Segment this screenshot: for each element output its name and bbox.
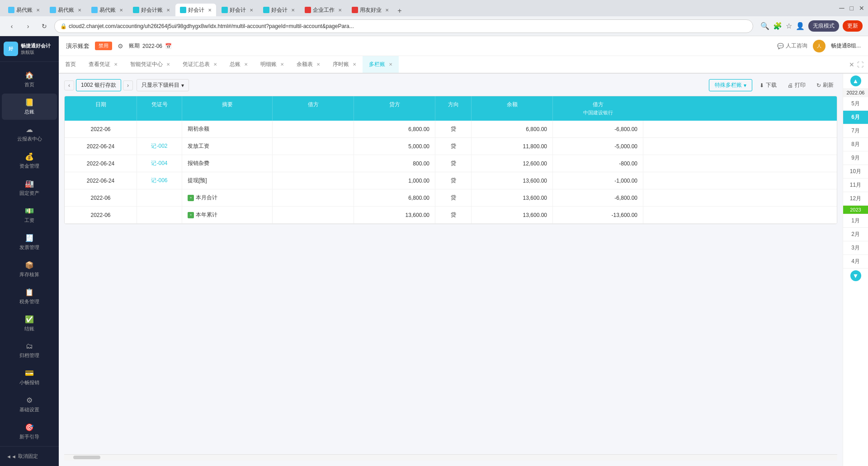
td-voucher-3[interactable]: 记-006 <box>137 172 182 189</box>
td-voucher-1[interactable]: 记-002 <box>137 138 182 155</box>
month-2022-10[interactable]: 10月 <box>843 165 868 179</box>
download-button[interactable]: ⬇ 下载 <box>756 80 780 91</box>
browser-tab-7[interactable]: 好会计 ✕ <box>259 4 299 16</box>
calendar-down-arrow[interactable]: ▼ <box>850 270 861 281</box>
extension-icon[interactable]: 🧩 <box>773 22 782 30</box>
tab-multi-col-label: 多栏账 <box>369 61 385 68</box>
calendar-up-arrow[interactable]: ▲ <box>850 75 861 86</box>
browser-tab-5[interactable]: 好会计 ✕ <box>175 4 216 16</box>
bookmark-icon[interactable]: ☆ <box>786 22 792 30</box>
sidebar-item-cloud-report[interactable]: ☁ 云报表中心 <box>2 121 57 147</box>
tab-close-1[interactable]: ✕ <box>36 8 40 13</box>
expand-panel-icon[interactable]: ⛶ <box>857 61 863 68</box>
filter-dropdown[interactable]: 只显示下级科目 ▾ <box>137 79 189 91</box>
tab-close-7[interactable]: ✕ <box>291 8 295 13</box>
browser-tab-1[interactable]: 易代账 ✕ <box>4 4 44 16</box>
archive-icon: 🗂 <box>26 342 33 350</box>
search-icon[interactable]: 🔍 <box>760 22 769 30</box>
refresh-button[interactable]: ↻ 刷新 <box>813 80 837 91</box>
sidebar-item-settings[interactable]: ⚙ 基础设置 <box>2 391 57 418</box>
maximize-btn[interactable]: □ <box>850 5 854 12</box>
page-tab-detail-ledger[interactable]: 明细账 ✕ <box>254 56 290 74</box>
month-2022-06[interactable]: 6月 <box>843 111 868 124</box>
sidebar-item-tax[interactable]: 📋 税务管理 <box>2 283 57 310</box>
tab-close-voucher-summary[interactable]: ✕ <box>213 62 217 67</box>
tab-close-general[interactable]: ✕ <box>244 62 248 67</box>
collapse-panel-icon[interactable]: ✕ <box>849 61 854 68</box>
tab-close-2[interactable]: ✕ <box>78 8 81 13</box>
sidebar-item-salary[interactable]: 💵 工资 <box>2 202 57 228</box>
consult-button[interactable]: 💬 人工咨询 <box>777 42 807 50</box>
browser-tab-6[interactable]: 好会计 ✕ <box>217 4 258 16</box>
tab-close-8[interactable]: ✕ <box>338 8 342 13</box>
sidebar-item-home[interactable]: 🏠 首页 <box>2 66 57 93</box>
update-button[interactable]: 更新 <box>843 20 863 32</box>
tab-close-6[interactable]: ✕ <box>250 8 253 13</box>
sidebar-item-expense[interactable]: 💳 小畅报销 <box>2 364 57 391</box>
sidebar-item-fund[interactable]: 💰 资金管理 <box>2 148 57 174</box>
refresh-page-button[interactable]: ↻ <box>38 20 51 33</box>
tab-close-smart-voucher[interactable]: ✕ <box>166 62 170 67</box>
browser-tab-9[interactable]: 用友好业 ✕ <box>347 4 393 16</box>
multi-col-button[interactable]: 特殊多栏账 ▾ <box>709 79 752 91</box>
sidebar-item-fixed-assets[interactable]: 🏭 固定资产 <box>2 175 57 201</box>
page-tab-multi-col[interactable]: 多栏账 ✕ <box>363 56 399 74</box>
browser-tab-3[interactable]: 易代账 ✕ <box>87 4 127 16</box>
month-2022-11[interactable]: 11月 <box>843 179 868 192</box>
new-tab-button[interactable]: + <box>394 5 405 16</box>
stealth-mode-button[interactable]: 无痕模式 <box>808 20 839 32</box>
month-2023-04[interactable]: 4月 <box>843 255 868 268</box>
tab-close-5[interactable]: ✕ <box>208 8 212 13</box>
page-tab-home[interactable]: 首页 <box>59 56 82 74</box>
minimize-btn[interactable]: ─ <box>839 4 844 12</box>
tab-close-3[interactable]: ✕ <box>119 8 123 13</box>
profile-icon[interactable]: 👤 <box>796 22 805 30</box>
next-account-button[interactable]: › <box>123 80 133 90</box>
tab-close-detail[interactable]: ✕ <box>280 62 284 67</box>
scrollbar-thumb[interactable] <box>73 456 100 459</box>
td-extra-5: -13,600.00 <box>553 207 643 223</box>
tab-close-4[interactable]: ✕ <box>166 8 170 13</box>
tab-close-9[interactable]: ✕ <box>385 8 389 13</box>
sidebar-item-close-account[interactable]: ✅ 结账 <box>2 311 57 337</box>
sidebar-item-guide[interactable]: 🎯 新手引导 <box>2 419 57 445</box>
settings-gear-icon[interactable]: ⚙ <box>118 42 123 50</box>
sidebar-item-invoice[interactable]: 🧾 发票管理 <box>2 229 57 255</box>
month-2022-07[interactable]: 7月 <box>843 124 868 138</box>
forward-button[interactable]: › <box>22 20 34 33</box>
prev-account-button[interactable]: ‹ <box>64 80 74 90</box>
sidebar-item-archive[interactable]: 🗂 归档管理 <box>2 338 57 363</box>
close-btn[interactable]: ✕ <box>859 5 864 12</box>
month-2023-02[interactable]: 2月 <box>843 228 868 241</box>
browser-tab-4[interactable]: 好会计账 ✕ <box>128 4 175 16</box>
month-2023-01[interactable]: 1月 <box>843 214 868 228</box>
month-2023-03[interactable]: 3月 <box>843 241 868 255</box>
page-tab-balance[interactable]: 余额表 ✕ <box>290 56 326 74</box>
month-2022-08[interactable]: 8月 <box>843 138 868 151</box>
page-tab-smart-voucher[interactable]: 智能凭证中心 ✕ <box>124 56 176 74</box>
tab-close-view-voucher[interactable]: ✕ <box>114 62 118 67</box>
month-2022-05[interactable]: 5月 <box>843 97 868 111</box>
page-tab-voucher-summary[interactable]: 凭证汇总表 ✕ <box>176 56 223 74</box>
calendar-icon[interactable]: 📅 <box>165 43 172 49</box>
month-2022-09[interactable]: 9月 <box>843 151 868 165</box>
td-balance-5: 13,600.00 <box>472 207 553 223</box>
print-button[interactable]: 🖨 打印 <box>784 80 809 91</box>
browser-tab-8[interactable]: 企业工作 ✕ <box>300 4 346 16</box>
sidebar-item-inventory[interactable]: 📦 库存核算 <box>2 256 57 282</box>
horizontal-scrollbar[interactable] <box>64 454 837 461</box>
unpin-button[interactable]: ◄◄ 取消固定 <box>4 450 55 462</box>
page-tab-general-ledger[interactable]: 总账 ✕ <box>223 56 254 74</box>
sidebar-item-ledger[interactable]: 📒 总账 <box>2 94 57 120</box>
sidebar-header: 好 畅捷通好会计 旗舰版 <box>0 36 59 62</box>
page-tab-sequence-ledger[interactable]: 序时账 ✕ <box>326 56 363 74</box>
tab-close-sequence[interactable]: ✕ <box>353 62 356 67</box>
page-tab-view-voucher[interactable]: 查看凭证 ✕ <box>82 56 124 74</box>
td-voucher-2[interactable]: 记-004 <box>137 155 182 172</box>
browser-tab-2[interactable]: 易代账 ✕ <box>45 4 86 16</box>
month-2022-12[interactable]: 12月 <box>843 192 868 206</box>
tab-close-balance[interactable]: ✕ <box>316 62 320 67</box>
url-input[interactable]: 🔒 cloud2.chanjet.com/accounting/uh26t264… <box>54 19 753 33</box>
back-button[interactable]: ‹ <box>5 20 18 33</box>
tab-close-multi-col[interactable]: ✕ <box>389 62 392 67</box>
